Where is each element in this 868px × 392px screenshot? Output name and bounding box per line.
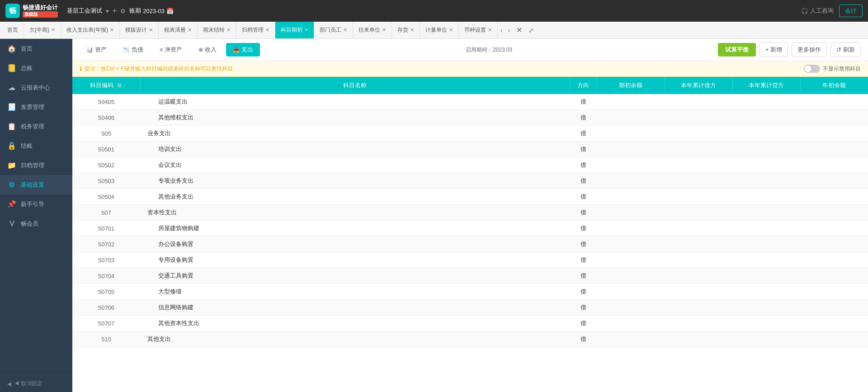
sidebar-item-home[interactable]: 🏠 首页 <box>0 39 72 58</box>
tab-nav-next[interactable]: › <box>505 27 513 34</box>
more-ops-button[interactable]: 更多操作 <box>792 43 827 57</box>
table-row[interactable]: 50405运温暖支出借 <box>72 94 868 110</box>
table-row[interactable]: 50503专项业务支出借 <box>72 173 868 189</box>
sidebar-item-guide[interactable]: 📌 新手引导 <box>0 194 72 214</box>
tab-archive-mgmt[interactable]: 归档管理 ✕ <box>236 22 275 38</box>
tab-close-icon[interactable]: ✕ <box>110 27 114 33</box>
tab-close-icon[interactable]: ✕ <box>188 27 192 33</box>
tab-close-icon[interactable]: ✕ <box>226 27 231 33</box>
tab-close-all-btn[interactable]: ✕ <box>513 26 526 34</box>
account-button[interactable]: 会计 <box>839 5 863 17</box>
cell-year-balance <box>800 316 868 331</box>
cell-year-balance <box>800 205 868 221</box>
tab-dept-employee[interactable]: 部门员工 ✕ <box>314 22 353 38</box>
guide-icon: 📌 <box>7 200 16 208</box>
cell-name: 信息网络购建 <box>140 300 570 316</box>
cell-code: 50703 <box>72 252 140 268</box>
table-row[interactable]: 50705大型修缮借 <box>72 284 868 300</box>
tab-period-end[interactable]: 期末结转 ✕ <box>198 22 236 38</box>
sidebar-collapse-btn[interactable]: ◀ ◀ 取消固定 <box>0 375 72 392</box>
tab-close-icon[interactable]: ✕ <box>149 27 153 33</box>
column-settings-icon[interactable]: ⚙ <box>117 82 122 89</box>
disable-toggle[interactable] <box>804 65 820 73</box>
tab-expand-btn[interactable]: ⤢ <box>526 27 537 34</box>
tab-contacts[interactable]: 往来单位 ✕ <box>353 22 392 38</box>
tab-close-icon[interactable]: ✕ <box>410 27 414 33</box>
table-body: 50405运温暖支出借50406其他维权支出借505业务支出借50501培训支出… <box>72 94 868 347</box>
asset-icon: 📊 <box>86 47 93 53</box>
tab-close-icon[interactable]: ✕ <box>449 27 453 33</box>
cell-code: 507 <box>72 205 140 221</box>
sidebar-item-member[interactable]: Ⅴ 畅会员 <box>0 214 72 233</box>
customer-service-btn[interactable]: 🎧 人工咨询 <box>801 7 834 15</box>
calendar-icon[interactable]: 📅 <box>166 8 174 14</box>
cell-year-debit <box>665 300 732 316</box>
sidebar-item-invoice[interactable]: 🧾 发票管理 <box>0 97 72 117</box>
tab-close-icon[interactable]: ✕ <box>265 27 269 33</box>
add-tab-icon[interactable]: + <box>113 7 117 15</box>
tab-template[interactable]: 模版设计 ✕ <box>120 22 159 38</box>
table-row[interactable]: 50701房屋建筑物购建借 <box>72 221 868 236</box>
table-row[interactable]: 50501培训支出借 <box>72 142 868 157</box>
table-row[interactable]: 505业务支出借 <box>72 126 868 142</box>
table-row[interactable]: 50703专用设备购置借 <box>72 252 868 268</box>
sidebar-item-close[interactable]: 🔒 结账 <box>0 136 72 156</box>
cell-year-credit <box>732 157 800 173</box>
table-row[interactable]: 50706信息网络购建借 <box>72 300 868 316</box>
table-row[interactable]: 50504其他业务支出借 <box>72 189 868 205</box>
sub-tab-asset[interactable]: 📊 资产 <box>80 43 113 57</box>
tab-inventory[interactable]: 存货 ✕ <box>392 22 420 38</box>
tab-balance-mid[interactable]: 欠(中期) ✕ <box>24 22 61 38</box>
tab-unit-measure[interactable]: 计量单位 ✕ <box>420 22 459 38</box>
tab-close-icon[interactable]: ✕ <box>382 27 386 33</box>
sub-tab-net-asset[interactable]: ≡ 净资产 <box>153 43 189 57</box>
cell-direction: 借 <box>570 205 597 221</box>
cell-direction: 借 <box>570 173 597 189</box>
cell-year-debit <box>665 126 732 142</box>
tab-close-icon[interactable]: ✕ <box>488 27 492 33</box>
cell-period-balance <box>597 173 665 189</box>
company-dropdown-icon[interactable]: ▾ <box>106 8 109 14</box>
trial-balance-button[interactable]: 试算平衡 <box>718 43 756 57</box>
table-row[interactable]: 507资本性支出借 <box>72 205 868 221</box>
sub-tab-expense[interactable]: 📤 支出 <box>226 43 260 57</box>
tab-nav-prev[interactable]: ‹ <box>498 27 505 34</box>
collapse-label: ◀ 取消固定 <box>14 380 42 387</box>
settings-icon[interactable]: ⚙ <box>120 8 126 14</box>
sub-tab-liability[interactable]: 📉 负债 <box>116 43 150 57</box>
sub-tab-income[interactable]: ⊕ 收入 <box>192 43 223 57</box>
cell-year-credit <box>732 94 800 110</box>
tab-subject-init[interactable]: 科目期初 ✕ <box>275 22 314 38</box>
table-row[interactable]: 50406其他维权支出借 <box>72 110 868 126</box>
cell-period-balance <box>597 205 665 221</box>
hint-icon: ℹ <box>80 65 82 72</box>
sidebar-item-report-center[interactable]: ☁ 云报表中心 <box>0 78 72 97</box>
tab-home[interactable]: 首页 <box>2 22 24 38</box>
invoice-icon: 🧾 <box>7 103 16 111</box>
sidebar-item-tax[interactable]: 📋 税务管理 <box>0 117 72 136</box>
tab-income-annual[interactable]: 收入支出表(年报) ✕ <box>61 22 120 38</box>
tab-close-icon[interactable]: ✕ <box>304 27 308 33</box>
table-row[interactable]: 50702办公设备购置借 <box>72 236 868 252</box>
table-row[interactable]: 50704交通工具购置借 <box>72 268 868 284</box>
cell-code: 50405 <box>72 94 140 110</box>
cell-year-debit <box>665 142 732 157</box>
tab-close-icon[interactable]: ✕ <box>343 27 347 33</box>
sidebar-item-ledger[interactable]: 📒 总账 <box>0 58 72 78</box>
refresh-button[interactable]: ↺ 刷新 <box>830 43 861 57</box>
sidebar-item-settings[interactable]: ⚙ 基础设置 <box>0 175 72 194</box>
table-row[interactable]: 50502会议支出借 <box>72 157 868 173</box>
cell-direction: 借 <box>570 284 597 300</box>
table-row[interactable]: 510其他支出借 <box>72 331 868 347</box>
home-icon: 🏠 <box>7 44 16 53</box>
cell-year-debit <box>665 284 732 300</box>
cell-direction: 借 <box>570 142 597 157</box>
add-button[interactable]: + 新增 <box>760 43 788 57</box>
table-row[interactable]: 50707其他资本性支出借 <box>72 316 868 331</box>
tab-currency[interactable]: 币种设置 ✕ <box>459 22 498 38</box>
sidebar-item-archive[interactable]: 📁 归档管理 <box>0 156 72 175</box>
cell-code: 510 <box>72 331 140 347</box>
cell-year-credit <box>732 236 800 252</box>
tab-tax-clear[interactable]: 税表清册 ✕ <box>159 22 198 38</box>
tab-close-icon[interactable]: ✕ <box>51 27 55 33</box>
